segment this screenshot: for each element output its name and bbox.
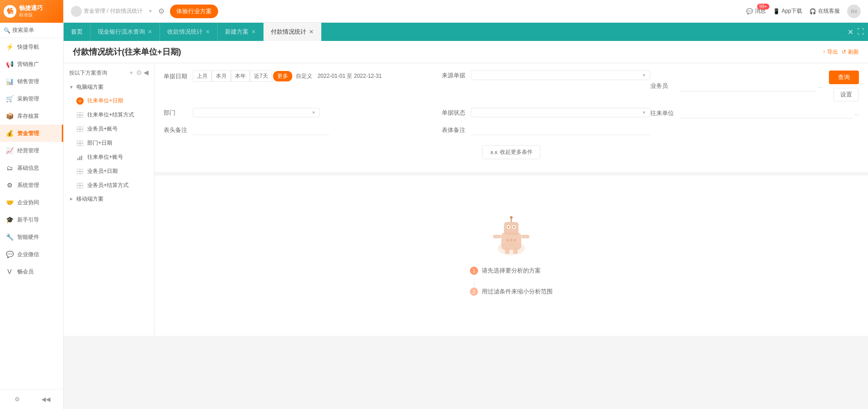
svg-point-32 bbox=[510, 239, 513, 242]
filter-unit-input[interactable] bbox=[679, 108, 853, 118]
filter-date-buttons: 上月 本月 本年 近7天 更多 自定义 2022-01-01 至 2022-12… bbox=[193, 71, 382, 82]
mobile-group-label: 移动端方案 bbox=[76, 195, 104, 203]
breadcrumb-avatar bbox=[71, 6, 82, 17]
tabbar: 首页 现金银行流水查询 ✕ 收款情况统计 ✕ 新建方案 ✕ 付款情况统计 ✕ ✕… bbox=[64, 23, 868, 41]
sidebar-item-member[interactable]: V 畅会员 bbox=[0, 263, 63, 280]
filter-source-select[interactable]: ▼ bbox=[471, 71, 650, 80]
tab-new-scheme-label: 新建方案 bbox=[225, 28, 249, 36]
staff-more-btn[interactable]: ... bbox=[818, 83, 823, 89]
filter-head-note-input[interactable] bbox=[193, 125, 329, 135]
scheme-item-label: 业务员+账号 bbox=[87, 125, 118, 133]
sidebar-item-sales[interactable]: 📊 销售管理 bbox=[0, 73, 63, 90]
date-btn-this-year[interactable]: 本年 bbox=[231, 71, 250, 82]
sidebar-search[interactable]: 🔍 搜索菜单 bbox=[0, 23, 63, 38]
online-service-btn[interactable]: 🎧 在线客服 bbox=[809, 7, 840, 15]
date-btn-7days[interactable]: 近7天 bbox=[250, 71, 272, 82]
scheme-panel: 按以下方案查询 ＋ ⊙ ◀ ▼ 电脑端方案 bbox=[64, 63, 155, 336]
date-btn-this-month[interactable]: 本月 bbox=[212, 71, 231, 82]
sidebar-settings-btn[interactable]: ⚙ bbox=[4, 393, 31, 405]
sidebar-item-marketing[interactable]: 📢 营销推广 bbox=[0, 56, 63, 73]
date-btn-custom[interactable]: 自定义 bbox=[292, 71, 316, 81]
refresh-label: 刷新 bbox=[848, 48, 859, 56]
tab-receivable[interactable]: 收款情况统计 ✕ bbox=[160, 23, 218, 41]
sidebar-item-basic[interactable]: 🗂 基础信息 bbox=[0, 159, 63, 177]
filter-staff-item: 业务员 ... 查询 设置 bbox=[650, 71, 859, 101]
sidebar-subtitle: 标准版 bbox=[19, 12, 43, 18]
filter-head-note-item: 表头备注 bbox=[164, 125, 442, 135]
avatar[interactable]: Rit bbox=[847, 5, 861, 18]
refresh-btn[interactable]: ↺ 刷新 bbox=[842, 48, 859, 56]
topbar-settings-btn[interactable]: ⚙ bbox=[158, 7, 165, 15]
scheme-add-btn[interactable]: ＋ bbox=[128, 69, 135, 77]
date-btn-last-month[interactable]: 上月 bbox=[193, 71, 212, 82]
breadcrumb-dropdown-icon[interactable]: ▼ bbox=[148, 9, 153, 14]
scheme-item-unit-date[interactable]: ⊙ 往来单位+日期 bbox=[64, 94, 154, 108]
tab-close-all-btn[interactable]: ✕ bbox=[848, 28, 853, 36]
tab-payment[interactable]: 付款情况统计 ✕ bbox=[264, 23, 321, 41]
filter-status-item: 单据状态 ▼ bbox=[442, 108, 650, 117]
scheme-item-unit-settle[interactable]: 往来单位+结算方式 bbox=[64, 108, 154, 122]
sidebar-item-label: 智能硬件 bbox=[17, 233, 39, 241]
hardware-icon: 🔧 bbox=[5, 233, 14, 241]
scheme-item-label: 往来单位+账号 bbox=[87, 153, 123, 161]
sidebar-item-guide[interactable]: 🎓 新手引导 bbox=[0, 211, 63, 228]
sidebar-item-label: 新手引导 bbox=[17, 216, 39, 224]
export-label: 导出 bbox=[827, 48, 838, 56]
filter-staff-input[interactable] bbox=[679, 81, 816, 91]
sidebar-item-enterprise[interactable]: 🤝 企业协同 bbox=[0, 194, 63, 211]
tab-new-scheme[interactable]: 新建方案 ✕ bbox=[218, 23, 264, 41]
scheme-group-header-mobile[interactable]: ▼ 移动端方案 bbox=[64, 192, 154, 206]
scheme-panel-label: 按以下方案查询 bbox=[69, 69, 107, 77]
scheme-item-staff-settle[interactable]: 业务员+结算方式 bbox=[64, 178, 154, 192]
scheme-group-header-pc[interactable]: ▼ 电脑端方案 bbox=[64, 81, 154, 94]
scheme-collapse-btn[interactable]: ◀ bbox=[144, 69, 149, 77]
tab-new-scheme-close[interactable]: ✕ bbox=[251, 29, 256, 35]
message-btn[interactable]: 💬 消息 99+ bbox=[746, 7, 766, 15]
sidebar-collapse-btn[interactable]: ◀◀ bbox=[33, 393, 60, 405]
service-icon: 🎧 bbox=[809, 8, 816, 15]
filter-body-note-input[interactable] bbox=[471, 125, 650, 135]
sidebar-item-system[interactable]: ⚙ 系统管理 bbox=[0, 177, 63, 194]
sidebar-brand: 畅捷通巧 标准版 bbox=[19, 5, 43, 18]
svg-point-31 bbox=[506, 239, 509, 242]
sidebar-item-label: 畅会员 bbox=[17, 268, 34, 276]
scheme-settings-btn[interactable]: ⊙ bbox=[136, 69, 142, 77]
tab-maximize-btn[interactable]: ⛶ bbox=[857, 28, 864, 36]
tab-payment-close[interactable]: ✕ bbox=[309, 29, 314, 35]
scheme-item-staff-date[interactable]: 业务员+日期 bbox=[64, 164, 154, 178]
tab-cashflow[interactable]: 现金银行流水查询 ✕ bbox=[90, 23, 160, 41]
filter-dept-select[interactable]: ▼ bbox=[193, 108, 320, 117]
scheme-item-dept-date[interactable]: 部门+日期 bbox=[64, 136, 154, 150]
scheme-item-label: 业务员+结算方式 bbox=[87, 182, 129, 189]
export-icon: ↑ bbox=[823, 49, 825, 55]
scheme-item-unit-account[interactable]: 往来单位+账号 bbox=[64, 150, 154, 164]
scheme-item-icon-staff-account bbox=[76, 126, 84, 133]
filter-status-select[interactable]: ▼ bbox=[471, 108, 650, 117]
date-btn-more[interactable]: 更多 bbox=[273, 71, 292, 81]
sidebar-item-finance[interactable]: 💰 资金管理 bbox=[0, 125, 63, 142]
unit-more-btn[interactable]: ... bbox=[854, 110, 859, 116]
page-header-actions: ↑ 导出 ↺ 刷新 bbox=[823, 48, 859, 56]
sidebar-item-quick-nav[interactable]: ⚡ 快捷导航 bbox=[0, 38, 63, 56]
app-download-btn[interactable]: 📱 App下载 bbox=[773, 7, 802, 15]
sidebar-item-operation[interactable]: 📈 经营管理 bbox=[0, 142, 63, 159]
collapse-more-btn[interactable]: ∧∧ 收起更多条件 bbox=[482, 145, 540, 159]
filter-settings-btn[interactable]: 设置 bbox=[833, 88, 859, 101]
tab-home[interactable]: 首页 bbox=[64, 23, 90, 41]
query-btn[interactable]: 查询 bbox=[829, 71, 859, 84]
industry-btn[interactable]: 体验行业方案 bbox=[170, 5, 218, 18]
quick-nav-icon: ⚡ bbox=[5, 43, 14, 51]
tab-cashflow-close[interactable]: ✕ bbox=[148, 29, 152, 35]
filter-actions-col: 查询 设置 bbox=[823, 71, 859, 101]
export-btn[interactable]: ↑ 导出 bbox=[823, 48, 838, 56]
sidebar-item-inventory[interactable]: 📦 库存核算 bbox=[0, 107, 63, 125]
topbar-breadcrumb: 资金管理 / 付款情况统计 bbox=[71, 6, 143, 17]
sidebar-item-purchase[interactable]: 🛒 采购管理 bbox=[0, 90, 63, 107]
scheme-item-staff-account[interactable]: 业务员+账号 bbox=[64, 122, 154, 136]
sidebar-item-wechat[interactable]: 💬 企业微信 bbox=[0, 246, 63, 263]
scheme-item-icon-unit-date: ⊙ bbox=[76, 97, 84, 105]
scheme-group-pc: ▼ 电脑端方案 ⊙ 往来单位+日期 bbox=[64, 81, 154, 192]
logo-icon: 畅 bbox=[4, 5, 16, 18]
sidebar-item-hardware[interactable]: 🔧 智能硬件 bbox=[0, 228, 63, 246]
tab-receivable-close[interactable]: ✕ bbox=[205, 29, 210, 35]
